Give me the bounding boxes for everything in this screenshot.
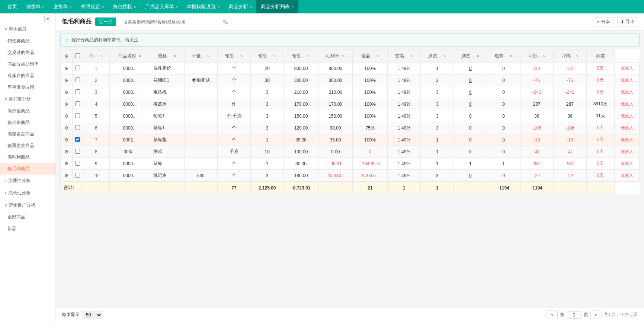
row-sales-qty: 3 <box>251 86 284 98</box>
nav-item-商品分析列表[interactable]: 商品分析列表× <box>256 0 298 13</box>
nav-item-产成品入库单[interactable]: 产成品入库单× <box>141 0 182 13</box>
close-icon[interactable]: × <box>102 4 104 9</box>
row-available: 36 <box>553 110 586 122</box>
row-browse1[interactable]: 0 <box>454 134 487 146</box>
sidebar-item-商品分类助销率[interactable]: 商品分类助销率 <box>0 58 55 70</box>
row-browse1[interactable]: 0 <box>454 86 487 98</box>
row-code: 0000... <box>109 98 150 110</box>
nav-item-角色授权[interactable]: 角色授权× <box>108 0 140 13</box>
time-filter-button[interactable]: 近一月 <box>95 17 116 26</box>
row-browse1[interactable]: 1 <box>454 158 487 170</box>
row-checkbox[interactable] <box>73 146 83 158</box>
page-header: 低毛利商品 近一月 🔍 ↗ 分享 ⬇ 导出 <box>56 13 644 31</box>
row-checkbox[interactable] <box>73 74 83 86</box>
group-arrow-icon: ∨ <box>4 27 7 31</box>
row-settings[interactable]: ⚙ <box>61 98 73 110</box>
row-gross-rate: 100% <box>353 110 388 122</box>
table-container: ⚙ 商... ⇅ 商品名称 ⇅ 规格... ⇅ 计量... ⇅ 销售... ⇅ … <box>56 50 644 307</box>
close-icon[interactable]: × <box>291 4 294 9</box>
sidebar-item-高覆盖度商品[interactable]: 高覆盖度商品 <box>0 128 55 140</box>
sidebar-collapse-button[interactable]: « <box>44 16 51 22</box>
row-sales-price: 150.00 <box>284 110 318 122</box>
row-browse1[interactable]: 0 <box>454 122 487 134</box>
sidebar-item-新品[interactable]: 新品 <box>0 223 55 235</box>
sidebar-item-高价值商品[interactable]: 高价值商品 <box>0 105 55 117</box>
nav-item-权限设置[interactable]: 权限设置× <box>76 0 108 13</box>
sidebar-item-有库存的商品[interactable]: 有库存的商品 <box>0 70 55 82</box>
row-sales-qty: 3 <box>251 170 284 182</box>
nav-item-进货单[interactable]: 进货单× <box>49 0 76 13</box>
row-settings[interactable]: ⚙ <box>61 146 73 158</box>
page-size-label: 每页显示 <box>62 312 80 318</box>
row-checkbox[interactable] <box>73 170 83 182</box>
row-browse2: 0 <box>487 146 520 158</box>
sidebar-item-低覆盖度商品[interactable]: 低覆盖度商品 <box>0 140 55 152</box>
settings-header[interactable]: ⚙ <box>61 50 73 63</box>
row-browse1[interactable]: 0 <box>454 146 487 158</box>
row-settings[interactable]: ⚙ <box>61 158 73 170</box>
share-button[interactable]: ↗ 分享 <box>593 17 613 26</box>
sidebar-group-0[interactable]: ∨整体信息 <box>0 23 55 35</box>
row-browse1[interactable]: 0 <box>454 63 487 74</box>
row-coverage: 1.49% <box>387 170 420 182</box>
row-browse1[interactable]: 0 <box>454 74 487 86</box>
sidebar-item-库存资金占用[interactable]: 库存资金占用 <box>0 82 55 93</box>
row-settings[interactable]: ⚙ <box>61 134 73 146</box>
row-checkbox[interactable] <box>73 98 83 110</box>
col-available: 可用... ⇅ <box>520 50 553 63</box>
sidebar-group-2[interactable]: >流通性分析 <box>0 175 55 187</box>
nav-item-首页[interactable]: 首页 <box>3 0 22 13</box>
checkbox-header[interactable] <box>73 50 83 63</box>
sidebar-item-低毛利商品[interactable]: 低毛利商品 <box>0 163 55 175</box>
table-row: ⚙ 8 000/... 测试 千克 10 100.00 0.00 0 1.49%… <box>61 146 640 158</box>
row-saleable: 8610天 <box>586 98 614 110</box>
row-checkbox[interactable] <box>73 110 83 122</box>
close-icon[interactable]: × <box>134 4 136 9</box>
page-number-input[interactable] <box>567 311 581 319</box>
row-available: -30 <box>553 63 586 74</box>
footer-empty7 <box>553 182 586 194</box>
search-icon[interactable]: 🔍 <box>222 19 228 25</box>
row-settings[interactable]: ⚙ <box>61 170 73 182</box>
row-browse1[interactable]: 0 <box>454 98 487 110</box>
select-all-checkbox[interactable] <box>75 53 80 58</box>
close-icon[interactable]: × <box>250 4 252 9</box>
row-checkbox[interactable] <box>73 134 83 146</box>
export-button[interactable]: ⬇ 导出 <box>617 17 638 26</box>
page-size-select[interactable]: 50 100 <box>82 311 102 319</box>
close-icon[interactable]: × <box>176 4 178 9</box>
row-settings[interactable]: ⚙ <box>61 86 73 98</box>
row-checkbox[interactable] <box>73 63 83 74</box>
close-icon[interactable]: × <box>42 4 44 9</box>
nav-item-销货单[interactable]: 销货单× <box>22 0 49 13</box>
row-browse1[interactable]: 0 <box>454 170 487 182</box>
row-name: 笔记本 <box>150 170 185 182</box>
sidebar-group-4[interactable]: ∨营销推广分析 <box>0 199 55 211</box>
settings-icon[interactable]: ⚙ <box>64 54 68 59</box>
close-icon[interactable]: × <box>69 4 71 9</box>
row-settings[interactable]: ⚙ <box>61 74 73 86</box>
nav-item-单据模板设置[interactable]: 单据模板设置× <box>182 0 224 13</box>
sidebar-group-1[interactable]: ∨类群度分析 <box>0 93 55 105</box>
search-input[interactable] <box>123 19 222 25</box>
row-transaction: 3 <box>421 110 454 122</box>
sidebar-item-低价值商品[interactable]: 低价值商品 <box>0 117 55 128</box>
row-checkbox[interactable] <box>73 158 83 170</box>
row-checkbox[interactable] <box>73 122 83 134</box>
row-checkbox[interactable] <box>73 86 83 98</box>
row-browse2: 0 <box>487 98 520 110</box>
prev-page-button[interactable]: ＜ <box>547 310 558 319</box>
sidebar-item-高毛利商品[interactable]: 高毛利商品 <box>0 152 55 163</box>
sidebar-item-交易过的商品[interactable]: 交易过的商品 <box>0 47 55 58</box>
sidebar-item-全部商品[interactable]: 全部商品 <box>0 211 55 223</box>
row-settings[interactable]: ⚙ <box>61 110 73 122</box>
close-icon[interactable]: × <box>217 4 220 9</box>
row-browse1[interactable]: 0 <box>454 110 487 122</box>
row-settings[interactable]: ⚙ <box>61 63 73 74</box>
next-page-button[interactable]: ＞ <box>590 310 602 319</box>
row-settings[interactable]: ⚙ <box>61 122 73 134</box>
row-gross-rate: -5766.6... <box>353 170 388 182</box>
sidebar-group-3[interactable]: >成长性分析 <box>0 187 55 199</box>
sidebar-item-销售类商品[interactable]: 销售类商品 <box>0 35 55 47</box>
nav-item-商品分析[interactable]: 商品分析× <box>224 0 256 13</box>
